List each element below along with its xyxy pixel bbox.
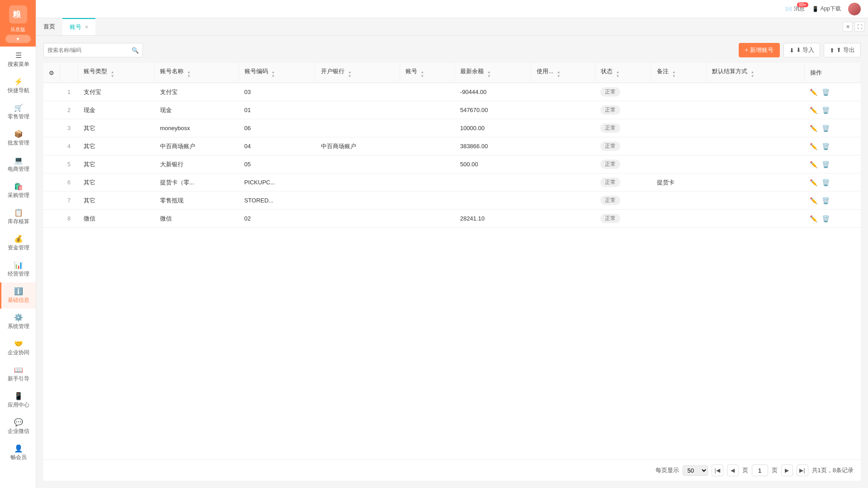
column-settings[interactable]: ⚙ — [43, 63, 60, 83]
column-default-settlement[interactable]: 默认结算方式 ▲▼ — [706, 63, 804, 83]
row-status: 正常 — [595, 155, 651, 174]
edit-icon[interactable]: ✏️ — [810, 125, 817, 132]
delete-icon[interactable]: 🗑️ — [822, 161, 830, 168]
table-row: 4 其它 中百商场账户 04 中百商场账户 383866.00 正常 ✏️ 🗑️ — [43, 137, 861, 155]
export-icon: ⬆ — [830, 47, 835, 54]
row-default-settlement — [706, 137, 804, 155]
sidebar-item-guide[interactable]: 📖 新手引导 — [0, 361, 36, 387]
export-button[interactable]: ⬆ ⬆ 导出 — [824, 43, 861, 57]
column-usage[interactable]: 使用... ▲▼ — [531, 63, 595, 83]
row-remark — [651, 83, 707, 101]
row-latest-balance: 500.00 — [455, 155, 531, 174]
sidebar-logo: 粮 乐意版 ▼ — [0, 0, 36, 47]
edit-icon[interactable]: ✏️ — [810, 161, 817, 168]
delete-icon[interactable]: 🗑️ — [822, 197, 830, 204]
tab-close-window-button[interactable]: ✕ — [843, 22, 853, 32]
prev-page-button[interactable]: ◀ — [727, 465, 739, 476]
delete-icon[interactable]: 🗑️ — [822, 215, 830, 222]
edit-icon[interactable]: ✏️ — [810, 215, 817, 222]
sidebar-item-retail-mgmt[interactable]: 🛒 零售管理 — [0, 99, 36, 125]
delete-icon[interactable]: 🗑️ — [822, 89, 830, 96]
row-default-settlement — [706, 155, 804, 174]
row-bank — [316, 174, 400, 192]
delete-icon[interactable]: 🗑️ — [822, 179, 830, 186]
add-account-button[interactable]: + 新增账号 — [739, 43, 780, 57]
sidebar-item-enterprise-wechat[interactable]: 💬 企业微信 — [0, 413, 36, 440]
tab-maximize-button[interactable]: ⛶ — [854, 22, 864, 32]
app-download-button[interactable]: 📱 App下载 — [812, 5, 841, 13]
search-input[interactable] — [47, 47, 132, 53]
sidebar-item-member[interactable]: 👤 畅会员 — [0, 440, 36, 466]
row-account-no — [400, 137, 455, 155]
row-account-no — [400, 192, 455, 210]
column-action: 操作 — [804, 63, 860, 83]
row-status: 正常 — [595, 210, 651, 228]
tab-home[interactable]: 首页 — [36, 18, 62, 35]
column-account-no[interactable]: 账号 ▲▼ — [400, 63, 455, 83]
row-gear — [43, 210, 60, 228]
last-page-button[interactable]: ▶| — [797, 465, 808, 476]
row-bank — [316, 155, 400, 174]
delete-icon[interactable]: 🗑️ — [822, 125, 830, 132]
column-remark[interactable]: 备注 ▲▼ — [651, 63, 707, 83]
tab-close-button[interactable]: × — [85, 24, 88, 30]
column-status[interactable]: 状态 ▲▼ — [595, 63, 651, 83]
sidebar-item-label: 电商管理 — [8, 165, 29, 173]
sidebar-item-label: 零售管理 — [8, 113, 29, 121]
user-avatar[interactable] — [848, 3, 861, 15]
page-number-input[interactable] — [752, 465, 768, 476]
edit-icon[interactable]: ✏️ — [810, 179, 817, 186]
import-icon: ⬇ — [789, 47, 794, 54]
tab-account[interactable]: 账号 × — [62, 18, 95, 35]
row-bank — [316, 192, 400, 210]
row-default-settlement — [706, 210, 804, 228]
system-icon: ⚙️ — [14, 313, 23, 322]
page-size-select[interactable]: 50 100 200 — [683, 465, 708, 476]
sidebar-item-ecommerce-mgmt[interactable]: 💻 电商管理 — [0, 151, 36, 178]
row-account-no — [400, 174, 455, 192]
search-icon[interactable]: 🔍 — [132, 47, 139, 54]
import-label: ⬇ 导入 — [796, 46, 815, 54]
column-latest-balance[interactable]: 最新余额 ▲▼ — [455, 63, 531, 83]
enterprise-agreement-icon: 🤝 — [14, 339, 23, 348]
sidebar-item-label: 企业微信 — [8, 427, 29, 435]
row-latest-balance — [455, 174, 531, 192]
row-gear — [43, 192, 60, 210]
sidebar-item-enterprise-agreement[interactable]: 🤝 企业协同 — [0, 335, 36, 361]
search-box[interactable]: 🔍 — [43, 43, 143, 57]
row-latest-balance: 28241.10 — [455, 210, 531, 228]
sidebar-item-operations-mgmt[interactable]: 📊 经营管理 — [0, 256, 36, 282]
delete-icon[interactable]: 🗑️ — [822, 143, 830, 150]
edit-icon[interactable]: ✏️ — [810, 107, 817, 114]
row-status: 正常 — [595, 101, 651, 119]
edit-icon[interactable]: ✏️ — [810, 197, 817, 204]
next-page-button[interactable]: ▶ — [781, 465, 793, 476]
sidebar-item-app-center[interactable]: 📱 应用中心 — [0, 387, 36, 413]
sidebar-item-wholesale-mgmt[interactable]: 📦 批发管理 — [0, 125, 36, 151]
add-account-label: + 新增账号 — [745, 46, 774, 54]
edit-icon[interactable]: ✏️ — [810, 89, 817, 96]
message-button[interactable]: ✉️ 消息 99+ — [785, 5, 805, 13]
row-account-no — [400, 101, 455, 119]
import-button[interactable]: ⬇ ⬇ 导入 — [783, 43, 821, 57]
delete-icon[interactable]: 🗑️ — [822, 107, 830, 114]
first-page-button[interactable]: |◀ — [712, 465, 723, 476]
row-account-code: 04 — [239, 137, 315, 155]
message-badge: 99+ — [797, 2, 808, 7]
edit-icon[interactable]: ✏️ — [810, 143, 817, 150]
column-account-code[interactable]: 账号编码 ▲▼ — [239, 63, 315, 83]
sidebar-item-quick-nav[interactable]: ⚡ 快捷导航 — [0, 73, 36, 99]
sidebar-item-basic-info[interactable]: ℹ️ 基础信息 — [0, 282, 36, 309]
sidebar-item-purchase-mgmt[interactable]: 🛍️ 采购管理 — [0, 178, 36, 204]
row-account-code: 01 — [239, 101, 315, 119]
content-toolbar: 🔍 + 新增账号 ⬇ ⬇ 导入 ⬆ ⬆ 导出 — [43, 43, 861, 57]
column-bank[interactable]: 开户银行 ▲▼ — [316, 63, 400, 83]
sidebar: 粮 乐意版 ▼ ☰ 搜索菜单 ⚡ 快捷导航 🛒 零售管理 📦 批发管理 💻 电商… — [0, 0, 36, 488]
sidebar-item-inventory[interactable]: 📋 库存核算 — [0, 204, 36, 230]
sidebar-item-search-menu[interactable]: ☰ 搜索菜单 — [0, 47, 36, 73]
row-account-code: 06 — [239, 119, 315, 137]
sidebar-item-finance-mgmt[interactable]: 💰 资金管理 — [0, 230, 36, 256]
sidebar-item-system-mgmt[interactable]: ⚙️ 系统管理 — [0, 309, 36, 335]
column-account-name[interactable]: 账号名称 ▲▼ — [155, 63, 239, 83]
column-account-type[interactable]: 账号类型 ▲▼ — [78, 63, 155, 83]
